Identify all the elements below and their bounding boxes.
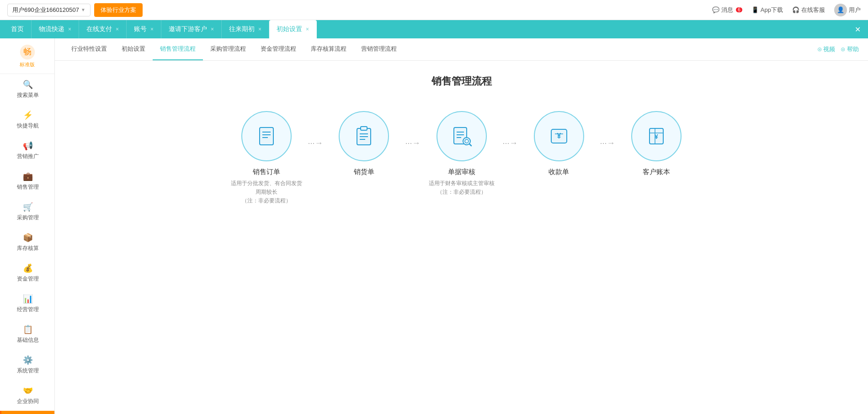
sidebar-item-label: 企业协同 bbox=[17, 398, 39, 405]
nav-tab-label: 首页 bbox=[11, 25, 24, 33]
flow-arrow-4: ···→ bbox=[596, 138, 620, 148]
svg-text:¥: ¥ bbox=[557, 132, 561, 140]
sidebar-item-system[interactable]: ⚙️ 系统管理 bbox=[0, 350, 54, 380]
app-label: App下载 bbox=[761, 6, 783, 14]
step-desc-sales-order: 适用于分批发货、有合同发货周期较长（注：非必要流程） bbox=[230, 179, 303, 206]
nav-tab-在线支付[interactable]: 在线支付× bbox=[79, 20, 127, 38]
close-all-tabs-button[interactable]: ✕ bbox=[855, 25, 861, 34]
sub-tab-资金管理流程[interactable]: 资金管理流程 bbox=[253, 38, 304, 60]
sales-icon: 💼 bbox=[23, 171, 33, 181]
flow-arrow-2: ···→ bbox=[400, 138, 425, 148]
step-label-sales-invoice: 销货单 bbox=[354, 168, 374, 176]
trial-button[interactable]: 体验行业方案 bbox=[94, 3, 143, 17]
sidebar-item-label: 采购管理 bbox=[17, 214, 39, 222]
inventory-icon: 📦 bbox=[23, 233, 33, 243]
sub-tab-营销管理流程[interactable]: 营销管理流程 bbox=[354, 38, 404, 60]
nav-tabs-bar: 首页物流快递×在线支付×账号×邀请下游客户×往来期初×初始设置× ✕ bbox=[0, 20, 868, 38]
service-label: 在线客服 bbox=[801, 6, 825, 14]
flow-step-account[interactable]: ¥ 客户账本 bbox=[620, 111, 693, 176]
user-selector[interactable]: 用户690企业1660120507 ▼ bbox=[7, 4, 91, 16]
search-icon: 🔍 bbox=[23, 80, 33, 90]
sidebar-item-basic[interactable]: 📋 基础信息 bbox=[0, 319, 54, 350]
nav-tab-首页[interactable]: 首页 bbox=[4, 20, 32, 38]
step-label-account: 客户账本 bbox=[643, 168, 670, 176]
close-tab-icon[interactable]: × bbox=[150, 26, 154, 32]
close-tab-icon[interactable]: × bbox=[258, 26, 261, 32]
sidebar-item-label: 基础信息 bbox=[17, 336, 39, 344]
app-icon: 📱 bbox=[751, 6, 759, 13]
logo-icon: 畅 bbox=[19, 44, 36, 60]
sidebar-item-label: 销售管理 bbox=[17, 183, 39, 191]
svg-text:畅: 畅 bbox=[23, 47, 32, 56]
collab-icon: 🤝 bbox=[23, 386, 33, 396]
finance-icon: 💰 bbox=[23, 263, 33, 273]
nav-tab-初始设置[interactable]: 初始设置× bbox=[269, 20, 317, 38]
basic-icon: 📋 bbox=[23, 324, 33, 334]
step-circle-audit bbox=[437, 111, 487, 161]
flow-step-sales-order[interactable]: 销售订单 适用于分批发货、有合同发货周期较长（注：非必要流程） bbox=[230, 111, 303, 206]
logo-subtitle: 标准版 bbox=[20, 61, 35, 68]
message-label: 消息 bbox=[721, 6, 733, 14]
operation-icon: 📊 bbox=[23, 294, 33, 304]
user-label: 用户690企业1660120507 bbox=[12, 6, 79, 14]
sidebar-item-quick[interactable]: ⚡ 快捷导航 bbox=[0, 105, 54, 135]
sidebar: 畅 标准版 🔍 搜索菜单 ⚡ 快捷导航 📢 营销推广 💼 销售管理 🛒 采购管理… bbox=[0, 38, 55, 414]
close-tab-icon[interactable]: × bbox=[68, 26, 71, 32]
main-content: 行业特性设置初始设置销售管理流程采购管理流程资金管理流程库存核算流程营销管理流程… bbox=[55, 38, 868, 414]
message-action[interactable]: 💬 消息 6 bbox=[712, 6, 742, 14]
sidebar-item-search[interactable]: 🔍 搜索菜单 bbox=[0, 74, 54, 105]
sub-tab-行业特性设置[interactable]: 行业特性设置 bbox=[64, 38, 114, 60]
flow-step-sales-invoice[interactable]: 销货单 bbox=[327, 111, 400, 176]
sub-tab-actions: ⊙ 视频 ⊙ 帮助 bbox=[817, 45, 859, 53]
sidebar-item-label: 资金管理 bbox=[17, 275, 39, 283]
help-action[interactable]: ⊙ 帮助 bbox=[841, 45, 859, 53]
flow-step-audit[interactable]: 单据审核 适用于财务审核或主管审核（注：非必要流程） bbox=[425, 111, 498, 196]
marketing-icon: 📢 bbox=[23, 141, 33, 151]
sidebar-items: 🔍 搜索菜单 ⚡ 快捷导航 📢 营销推广 💼 销售管理 🛒 采购管理 📦 库存核… bbox=[0, 74, 54, 414]
nav-tab-往来期初[interactable]: 往来期初× bbox=[222, 20, 269, 38]
nav-tab-label: 账号 bbox=[134, 25, 147, 33]
step-label-receipt: 收款单 bbox=[548, 168, 569, 176]
sub-tab-初始设置[interactable]: 初始设置 bbox=[114, 38, 153, 60]
sidebar-logo: 畅 标准版 bbox=[0, 38, 54, 74]
step-circle-account: ¥ bbox=[631, 111, 682, 161]
sidebar-item-sales[interactable]: 💼 销售管理 bbox=[0, 166, 54, 196]
sidebar-item-label: 经营管理 bbox=[17, 306, 39, 313]
step-circle-sales-invoice bbox=[339, 111, 389, 161]
message-icon: 💬 bbox=[712, 6, 719, 13]
nav-tab-邀请下游客户[interactable]: 邀请下游客户× bbox=[161, 20, 222, 38]
close-tab-icon[interactable]: × bbox=[306, 26, 309, 32]
nav-tabs-container: 首页物流快递×在线支付×账号×邀请下游客户×往来期初×初始设置× bbox=[4, 20, 317, 38]
sub-tab-销售管理流程[interactable]: 销售管理流程 bbox=[153, 38, 203, 60]
sidebar-item-operation[interactable]: 📊 经营管理 bbox=[0, 288, 54, 319]
sub-tab-库存核算流程[interactable]: 库存核算流程 bbox=[304, 38, 354, 60]
header-right: 💬 消息 6 📱 App下载 🎧 在线客服 👤 用户 bbox=[712, 4, 861, 16]
headset-icon: 🎧 bbox=[792, 6, 799, 13]
sidebar-item-label: 系统管理 bbox=[17, 367, 39, 375]
quick-icon: ⚡ bbox=[23, 110, 33, 120]
nav-tab-label: 邀请下游客户 bbox=[169, 25, 207, 33]
close-tab-icon[interactable]: × bbox=[211, 26, 214, 32]
step-desc-audit: 适用于财务审核或主管审核（注：非必要流程） bbox=[429, 179, 495, 196]
sidebar-item-inventory[interactable]: 📦 库存核算 bbox=[0, 227, 54, 258]
sidebar-item-label: 营销推广 bbox=[17, 153, 39, 160]
sidebar-item-label: 搜索菜单 bbox=[17, 91, 39, 99]
sidebar-item-collab[interactable]: 🤝 企业协同 bbox=[0, 380, 54, 411]
sidebar-item-purchase[interactable]: 🛒 采购管理 bbox=[0, 196, 54, 227]
sub-tab-采购管理流程[interactable]: 采购管理流程 bbox=[203, 38, 253, 60]
flow-step-receipt[interactable]: ¥ 收款单 bbox=[522, 111, 596, 176]
sidebar-item-marketing[interactable]: 📢 营销推广 bbox=[0, 135, 54, 166]
customer-service-action[interactable]: 🎧 在线客服 bbox=[792, 6, 825, 14]
nav-tab-label: 物流快递 bbox=[39, 25, 64, 33]
nav-tab-物流快递[interactable]: 物流快递× bbox=[32, 20, 79, 38]
app-download-action[interactable]: 📱 App下载 bbox=[751, 6, 783, 14]
sidebar-item-guide[interactable]: 🎯 新手引导 bbox=[0, 411, 54, 414]
svg-rect-7 bbox=[361, 127, 367, 130]
close-tab-icon[interactable]: × bbox=[116, 26, 119, 32]
sidebar-item-finance[interactable]: 💰 资金管理 bbox=[0, 258, 54, 288]
nav-tab-账号[interactable]: 账号× bbox=[127, 20, 161, 38]
video-action[interactable]: ⊙ 视频 bbox=[817, 45, 836, 53]
user-avatar-action[interactable]: 👤 用户 bbox=[834, 4, 861, 16]
main-layout: 畅 标准版 🔍 搜索菜单 ⚡ 快捷导航 📢 营销推广 💼 销售管理 🛒 采购管理… bbox=[0, 38, 868, 414]
user-name-label: 用户 bbox=[849, 6, 861, 14]
